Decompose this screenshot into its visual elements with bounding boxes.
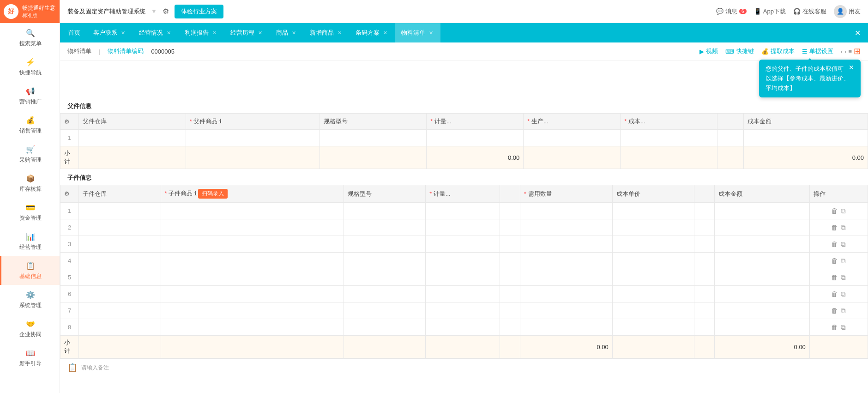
child-unit-6[interactable] <box>426 286 500 302</box>
child-quantity-1[interactable] <box>520 203 612 219</box>
parent-production-1[interactable] <box>524 130 621 146</box>
sidebar-item-采购管理[interactable]: 🛒 采购管理 <box>0 139 60 169</box>
breadcrumb-item-1[interactable]: 物料清单 <box>67 47 91 55</box>
child-unit-7[interactable] <box>426 302 500 319</box>
gear-icon[interactable]: ⚙ <box>163 7 169 16</box>
tab-close-icon[interactable]: ✕ <box>337 29 343 37</box>
tab-close-icon[interactable]: ✕ <box>382 29 388 37</box>
delete-icon-4[interactable]: 🗑 <box>831 257 838 265</box>
child-spec-5[interactable] <box>344 269 426 286</box>
delete-icon-8[interactable]: 🗑 <box>831 323 838 331</box>
list-view-btn[interactable]: ≡ <box>848 48 852 55</box>
sidebar-item-新手引导[interactable]: 📖 新手引导 <box>0 343 60 372</box>
child-product-7[interactable] <box>161 302 344 319</box>
parent-product-1[interactable] <box>186 130 319 146</box>
nav-tab-物料清单[interactable]: 物料清单 ✕ <box>395 23 440 42</box>
child-spec-6[interactable] <box>344 286 426 302</box>
child-warehouse-3[interactable] <box>79 236 161 253</box>
trial-btn[interactable]: 体验行业方案 <box>175 5 223 18</box>
app-download-btn[interactable]: 📱 App下载 <box>754 7 786 16</box>
child-unit-1[interactable] <box>426 203 500 219</box>
delete-icon-5[interactable]: 🗑 <box>831 273 838 281</box>
child-unit-5[interactable] <box>426 269 500 286</box>
tab-close-icon[interactable]: ✕ <box>291 29 297 37</box>
child-unit-8[interactable] <box>426 319 500 336</box>
child-warehouse-7[interactable] <box>79 302 161 319</box>
child-spec-8[interactable] <box>344 319 426 336</box>
sidebar-item-销售管理[interactable]: 💰 销售管理 <box>0 110 60 139</box>
nav-tab-经营情况[interactable]: 经营情况 ✕ <box>133 23 178 42</box>
child-quantity-3[interactable] <box>520 236 612 253</box>
tooltip-close-btn[interactable]: ✕ <box>849 64 854 71</box>
delete-icon-3[interactable]: 🗑 <box>831 240 838 248</box>
sidebar-item-经营管理[interactable]: 📊 经营管理 <box>0 227 60 256</box>
child-spec-1[interactable] <box>344 203 426 219</box>
tab-close-icon[interactable]: ✕ <box>166 29 172 37</box>
child-unit-2[interactable] <box>426 219 500 236</box>
child-unit-price-1[interactable] <box>612 203 694 219</box>
delete-icon-7[interactable]: 🗑 <box>831 307 838 314</box>
child-warehouse-8[interactable] <box>79 319 161 336</box>
prev-btn[interactable]: ‹ <box>841 48 843 55</box>
child-warehouse-4[interactable] <box>79 253 161 269</box>
nav-tab-条码方案[interactable]: 条码方案 ✕ <box>349 23 395 42</box>
child-warehouse-1[interactable] <box>79 203 161 219</box>
parent-cost-1[interactable] <box>621 130 717 146</box>
child-unit-4[interactable] <box>426 253 500 269</box>
copy-icon-4[interactable]: ⧉ <box>841 257 846 265</box>
child-warehouse-2[interactable] <box>79 219 161 236</box>
child-quantity-6[interactable] <box>520 286 612 302</box>
nav-close-btn[interactable]: ✕ <box>849 29 866 37</box>
child-quantity-4[interactable] <box>520 253 612 269</box>
child-product-1[interactable] <box>161 203 344 219</box>
copy-icon-1[interactable]: ⧉ <box>841 207 846 215</box>
nav-tab-经营历程[interactable]: 经营历程 ✕ <box>224 23 270 42</box>
settings-action[interactable]: ☰ 单据设置 <box>802 47 833 55</box>
child-unit-price-5[interactable] <box>612 269 694 286</box>
parent-col-settings[interactable]: ⚙ <box>60 114 79 130</box>
child-spec-4[interactable] <box>344 253 426 269</box>
next-btn[interactable]: › <box>844 48 846 55</box>
child-quantity-5[interactable] <box>520 269 612 286</box>
expand-btn[interactable]: ⊞ <box>854 46 861 56</box>
delete-icon-2[interactable]: 🗑 <box>831 224 838 231</box>
nav-tab-新增商品[interactable]: 新增商品 ✕ <box>303 23 349 42</box>
child-unit-price-7[interactable] <box>612 302 694 319</box>
nav-tab-利润报告[interactable]: 利润报告 ✕ <box>178 23 224 42</box>
copy-icon-7[interactable]: ⧉ <box>841 307 846 315</box>
shortcut-action[interactable]: ⌨ 快捷键 <box>725 47 754 55</box>
delete-icon-1[interactable]: 🗑 <box>831 207 838 215</box>
copy-icon-8[interactable]: ⧉ <box>841 323 846 332</box>
child-product-6[interactable] <box>161 286 344 302</box>
child-quantity-8[interactable] <box>520 319 612 336</box>
sidebar-item-系统管理[interactable]: ⚙️ 系统管理 <box>0 285 60 314</box>
tab-close-icon[interactable]: ✕ <box>257 29 263 37</box>
child-unit-3[interactable] <box>426 236 500 253</box>
sidebar-item-资金管理[interactable]: 💳 资金管理 <box>0 198 60 227</box>
note-placeholder[interactable]: 请输入备注 <box>81 364 109 372</box>
online-service-btn[interactable]: 🎧 在线客服 <box>793 7 826 16</box>
child-product-4[interactable] <box>161 253 344 269</box>
child-product-5[interactable] <box>161 269 344 286</box>
cost-action[interactable]: 💰 提取成本 <box>761 47 795 55</box>
copy-icon-6[interactable]: ⧉ <box>841 290 846 298</box>
sidebar-item-搜索菜单[interactable]: 🔍 搜索菜单 <box>0 23 60 52</box>
child-unit-price-8[interactable] <box>612 319 694 336</box>
user-menu-btn[interactable]: 👤 用友 <box>834 5 861 18</box>
child-col-settings[interactable]: ⚙ <box>60 185 79 203</box>
child-unit-price-6[interactable] <box>612 286 694 302</box>
tab-close-icon[interactable]: ✕ <box>120 29 126 37</box>
sidebar-item-营销推广[interactable]: 📢 营销推广 <box>0 81 60 110</box>
copy-icon-5[interactable]: ⧉ <box>841 273 846 282</box>
tab-close-icon[interactable]: ✕ <box>428 29 434 37</box>
child-spec-2[interactable] <box>344 219 426 236</box>
child-spec-7[interactable] <box>344 302 426 319</box>
child-warehouse-5[interactable] <box>79 269 161 286</box>
scan-btn[interactable]: 扫码录入 <box>198 189 228 199</box>
copy-icon-2[interactable]: ⧉ <box>841 224 846 232</box>
child-product-3[interactable] <box>161 236 344 253</box>
nav-tab-商品[interactable]: 商品 ✕ <box>270 23 303 42</box>
message-btn[interactable]: 💬 消息 6 <box>716 7 747 16</box>
parent-unit-1[interactable] <box>427 130 524 146</box>
nav-tab-首页[interactable]: 首页 <box>62 23 87 42</box>
